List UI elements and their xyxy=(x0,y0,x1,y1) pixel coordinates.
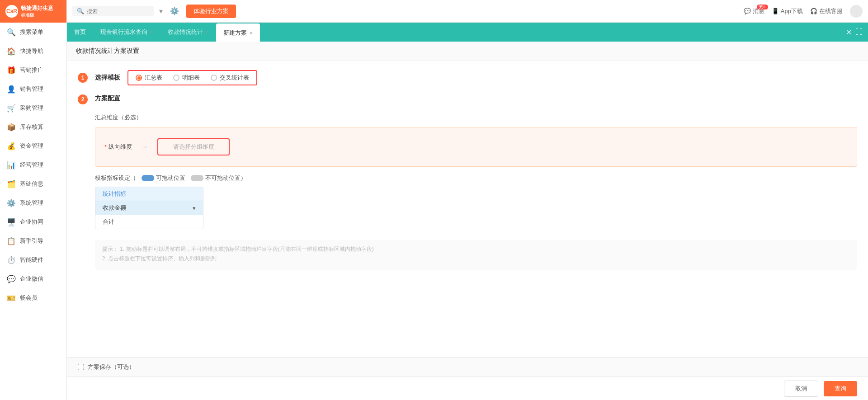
header-dropdown-icon[interactable]: ▾ xyxy=(159,7,163,15)
sidebar-item-hardware[interactable]: ⏱️ 智能硬件 xyxy=(0,250,66,269)
message-badge[interactable]: 💬 消息 99+ xyxy=(744,7,764,15)
sales-icon: 👤 xyxy=(7,85,15,93)
cancel-button[interactable]: 取消 xyxy=(784,381,818,397)
radio-cross-circle xyxy=(211,75,217,81)
step2-number: 2 xyxy=(78,94,88,104)
required-star: * xyxy=(104,144,107,151)
user-avatar[interactable] xyxy=(850,5,863,18)
save-label: 方案保存（可选） xyxy=(88,363,135,371)
radio-summary-label: 汇总表 xyxy=(145,74,162,82)
tab-collection-stats[interactable]: 收款情况统计 × xyxy=(160,23,216,42)
settings-icon[interactable]: ⚙️ xyxy=(170,7,179,15)
search-input[interactable] xyxy=(87,8,141,14)
tip-line-2: 2. 点击标题栏下拉可设置排序、插入列和删除列 xyxy=(102,255,850,263)
col1-dropdown-icon[interactable]: ▾ xyxy=(193,205,196,212)
step1-row: 1 选择模板 汇总表 明细表 xyxy=(78,70,857,85)
pill-gray-icon xyxy=(191,175,203,181)
cell-total-label: 合计 xyxy=(103,218,114,225)
tips-area: 提示： 1. 拖动标题栏可以调整布局，不可跨维度或指标区域拖动栏目字段(只能在同… xyxy=(95,240,857,270)
collab-icon: 🖥️ xyxy=(7,218,15,226)
sidebar-item-label: 智能硬件 xyxy=(20,256,43,264)
tab-close-window-icon[interactable]: ✕ xyxy=(846,28,852,37)
radio-cross-label: 交叉统计表 xyxy=(220,74,249,82)
step2-label: 方案配置 xyxy=(95,94,120,103)
query-button[interactable]: 查询 xyxy=(824,381,857,396)
search-menu-icon: 🔍 xyxy=(7,28,15,36)
search-icon: 🔍 xyxy=(77,8,84,14)
sidebar-item-member[interactable]: 🎫 畅会员 xyxy=(0,288,66,307)
sidebar-item-system[interactable]: ⚙️ 系统管理 xyxy=(0,193,66,212)
sidebar-item-basic-info[interactable]: 🗂️ 基础信息 xyxy=(0,174,66,193)
badge-count: 99+ xyxy=(757,5,768,9)
system-icon: ⚙️ xyxy=(7,199,15,207)
tabbar: 首页 现金银行流水查询 × 收款情况统计 × 新建方案 × ✕ ⛶ xyxy=(67,23,868,42)
metrics-cell-total: 合计 xyxy=(95,215,203,229)
message-icon: 💬 xyxy=(744,8,751,14)
app-download[interactable]: 📱 App下载 xyxy=(772,7,803,15)
main-content: 收款情况统计方案设置 1 选择模板 汇总表 xyxy=(67,42,868,400)
sidebar-logo: CaR 畅捷通好生意 标准版 xyxy=(0,0,66,23)
header: 🔍 ▾ ⚙️ 体验行业方案 💬 消息 99+ 📱 App下载 🎧 在线客服 xyxy=(67,0,868,23)
sidebar-item-quick-nav[interactable]: 🏠 快捷导航 xyxy=(0,42,66,61)
metrics-header-label: 统计指标 xyxy=(103,190,126,197)
col1-label: 收款金额 xyxy=(103,204,126,212)
tab-bank-flow-close[interactable]: × xyxy=(150,29,153,35)
sidebar-item-guide[interactable]: 📋 新手引导 xyxy=(0,231,66,250)
template-options-box: 汇总表 明细表 交叉统计表 xyxy=(127,70,257,85)
metrics-col1[interactable]: 收款金额 ▾ xyxy=(95,201,203,215)
tab-new-plan[interactable]: 新建方案 × xyxy=(216,24,260,42)
tab-home[interactable]: 首页 xyxy=(67,23,93,42)
logo-text: 畅捷通好生意 xyxy=(21,5,53,12)
sidebar-item-finance[interactable]: 💰 资金管理 xyxy=(0,136,66,155)
draggable-toggle[interactable]: 可拖动位置 xyxy=(142,174,185,182)
wechat-icon: 💬 xyxy=(7,275,15,283)
step1-label: 选择模板 xyxy=(95,74,120,82)
header-search-box[interactable]: 🔍 xyxy=(72,6,154,16)
sidebar-item-marketing[interactable]: 🎁 营销推广 xyxy=(0,61,66,80)
not-draggable-label: 不可拖动位置） xyxy=(205,174,246,182)
dim-label-text: 汇总维度（必选） xyxy=(95,114,142,121)
dim-selector[interactable]: 请选择分组维度 xyxy=(157,138,230,155)
radio-summary[interactable]: 汇总表 xyxy=(136,74,162,82)
sidebar-item-label: 基础信息 xyxy=(20,180,43,188)
save-checkbox[interactable] xyxy=(78,364,84,370)
sidebar-item-label: 库存核算 xyxy=(20,123,43,131)
config-section: 汇总维度（必选） * 纵向维度 → 请选择分组维度 模板指标设 xyxy=(95,113,857,270)
hardware-icon: ⏱️ xyxy=(7,256,15,264)
radio-cross[interactable]: 交叉统计表 xyxy=(211,74,249,82)
not-draggable-toggle[interactable]: 不可拖动位置） xyxy=(191,174,246,182)
content-area: 收款情况统计方案设置 1 选择模板 汇总表 xyxy=(67,42,868,400)
metrics-label-text: 模板指标设定（ xyxy=(95,174,136,182)
sidebar-item-enterprise-collab[interactable]: 🖥️ 企业协同 xyxy=(0,212,66,231)
sidebar-item-label: 销售管理 xyxy=(20,85,43,93)
sidebar-item-operations[interactable]: 📊 经营管理 xyxy=(0,155,66,174)
pill-blue-icon xyxy=(142,175,154,181)
sidebar: CaR 畅捷通好生意 标准版 🔍 搜索菜单 🏠 快捷导航 🎁 营销推广 👤 销售… xyxy=(0,0,67,400)
tab-bank-flow[interactable]: 现金银行流水查询 × xyxy=(93,23,160,42)
industry-solution-button[interactable]: 体验行业方案 xyxy=(186,5,236,18)
metrics-table: 统计指标 收款金额 ▾ 合计 xyxy=(95,187,203,229)
tab-new-plan-close[interactable]: × xyxy=(250,30,253,36)
sidebar-item-search[interactable]: 🔍 搜索菜单 xyxy=(0,23,66,42)
online-support[interactable]: 🎧 在线客服 xyxy=(810,7,843,15)
sidebar-item-purchase[interactable]: 🛒 采购管理 xyxy=(0,99,66,118)
tabbar-actions: ✕ ⛶ xyxy=(846,28,868,37)
sidebar-item-label: 搜索菜单 xyxy=(20,28,43,36)
finance-icon: 💰 xyxy=(7,142,15,150)
sidebar-item-label: 营销推广 xyxy=(20,66,43,74)
metrics-section: 模板指标设定（ 可拖动位置 不可拖动位置） 统计指标 xyxy=(95,174,857,231)
sidebar-item-inventory[interactable]: 📦 库存核算 xyxy=(0,118,66,136)
page-title: 收款情况统计方案设置 xyxy=(76,47,139,54)
sidebar-item-label: 畅会员 xyxy=(20,294,38,302)
metrics-table-header: 统计指标 xyxy=(95,187,203,201)
step2-row: 2 方案配置 xyxy=(78,94,857,104)
sidebar-item-wechat[interactable]: 💬 企业微信 xyxy=(0,269,66,288)
basic-info-icon: 🗂️ xyxy=(7,180,15,188)
tab-collection-stats-close[interactable]: × xyxy=(206,29,209,35)
sidebar-item-sales[interactable]: 👤 销售管理 xyxy=(0,80,66,99)
tab-maximize-icon[interactable]: ⛶ xyxy=(855,28,863,36)
sidebar-item-label: 采购管理 xyxy=(20,104,43,112)
headset-icon: 🎧 xyxy=(810,8,817,14)
tip-line-1: 提示： 1. 拖动标题栏可以调整布局，不可跨维度或指标区域拖动栏目字段(只能在同… xyxy=(102,245,850,253)
radio-detail[interactable]: 明细表 xyxy=(173,74,200,82)
